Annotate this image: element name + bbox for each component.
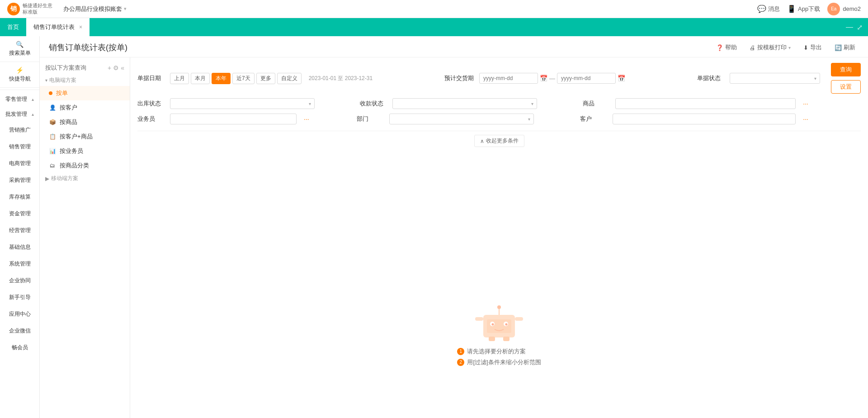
sidebar-item-enterprise[interactable]: 企业协同 [0, 272, 39, 289]
scheme-dot-icon [49, 91, 52, 95]
sidebar-search-btn[interactable]: 🔍 搜索菜单 [0, 36, 39, 62]
user-profile-btn[interactable]: Ea demo2 [827, 3, 861, 15]
sidebar-item-retail[interactable]: 零售管理 ▴ [0, 92, 39, 107]
sidebar-item-finance[interactable]: 资金管理 [0, 205, 39, 222]
svg-rect-11 [503, 337, 509, 341]
collapse-btn[interactable]: ∧ 收起更多条件 [474, 135, 524, 147]
app-download-icon: 📱 [787, 5, 796, 13]
customer-input[interactable] [613, 114, 796, 124]
calendar-icon-start[interactable]: 📅 [540, 75, 547, 82]
tab-bar-actions: — ⤢ [846, 23, 868, 32]
tab-close-btn[interactable]: × [79, 24, 82, 30]
sidebar-item-inventory[interactable]: 库存核算 [0, 189, 39, 205]
print-icon: 🖨 [750, 44, 755, 51]
svg-rect-8 [475, 317, 483, 321]
sidebar-item-basic[interactable]: 基础信息 [0, 239, 39, 256]
salesperson-dots-btn[interactable]: ··· [302, 115, 311, 123]
date-btn-custom[interactable]: 自定义 [277, 73, 302, 84]
refresh-icon: 🔄 [835, 44, 842, 51]
expected-date-end[interactable] [557, 73, 616, 84]
date-btn-more[interactable]: 更多 [256, 73, 275, 84]
header-left: 销 畅捷通好生意 标准版 办公用品行业模拟账套 ▾ [7, 3, 127, 15]
scheme-section-mobile: ▶ 移动端方案 [40, 173, 130, 184]
top-header: 销 畅捷通好生意 标准版 办公用品行业模拟账套 ▾ 💬 消息 📱 App下载 E… [0, 0, 868, 18]
out-status-select[interactable] [170, 98, 315, 109]
scheme-item-by-product[interactable]: 📦 按商品 [40, 115, 130, 129]
scheme-item-by-category[interactable]: 🗂 按商品分类 [40, 158, 130, 173]
scheme-settings-btn[interactable]: ⚙ [113, 64, 119, 71]
sidebar-item-ecommerce[interactable]: 电商管理 [0, 155, 39, 172]
window-minimize-btn[interactable]: — [846, 23, 853, 31]
help-icon: ❓ [716, 44, 723, 51]
collapse-arrow-icon: ∧ [480, 138, 484, 144]
expected-date-label: 预计交货期 [444, 74, 474, 82]
query-btn[interactable]: 查询 [831, 63, 861, 76]
sidebar-item-quicknav[interactable]: ⚡ 快捷导航 [0, 62, 39, 87]
date-btn-thisyear[interactable]: 本年 [212, 73, 231, 84]
export-btn[interactable]: ⬇ 导出 [800, 42, 826, 53]
empty-step-2: 2 用[过滤]条件来缩小分析范围 [457, 358, 541, 366]
receipt-status-wrapper: ▾ [392, 98, 537, 109]
status-label: 单据状态 [697, 74, 724, 82]
message-btn[interactable]: 💬 消息 [757, 5, 780, 13]
date-btn-thismonth[interactable]: 本月 [191, 73, 210, 84]
refresh-btn[interactable]: 🔄 刷新 [831, 42, 859, 53]
export-icon: ⬇ [803, 44, 808, 51]
collapse-row: ∧ 收起更多条件 [137, 131, 861, 147]
tab-home[interactable]: 首页 [0, 18, 26, 36]
sidebar-item-operation[interactable]: 经营管理 [0, 222, 39, 239]
content-area: 销售订单统计表(按单) ❓ 帮助 🖨 按模板打印 ▾ ⬇ 导出 🔄 刷新 [40, 36, 868, 418]
logo-text: 畅捷通好生意 标准版 [23, 3, 52, 14]
scheme-item-by-customer[interactable]: 👤 按客户 [40, 100, 130, 115]
receipt-status-select[interactable] [392, 98, 537, 109]
date-btn-lastmonth[interactable]: 上月 [170, 73, 189, 84]
settings-btn[interactable]: 设置 [831, 80, 861, 94]
filter-row-3: 业务员 ··· 部门 ▾ 客户 ··· [137, 114, 861, 124]
empty-state: 1 请先选择要分析的方案 2 用[过滤]条件来缩小分析范围 [130, 243, 868, 418]
date-btn-group: 上月 本月 本年 近7天 更多 自定义 [170, 73, 302, 84]
scheme-item-by-salesperson[interactable]: 📊 按业务员 [40, 144, 130, 158]
sidebar-item-sales[interactable]: 销售管理 [0, 138, 39, 155]
product-input[interactable] [615, 98, 796, 109]
customer-dots-btn[interactable]: ··· [801, 115, 810, 123]
calendar-icon-end[interactable]: 📅 [618, 75, 625, 82]
category-scheme-icon: 🗂 [49, 162, 56, 169]
product-dots-btn[interactable]: ··· [801, 100, 810, 107]
empty-illustration [470, 292, 528, 342]
logo-area: 销 畅捷通好生意 标准版 [7, 3, 52, 15]
scheme-item-by-order[interactable]: 按单 [40, 86, 130, 100]
sidebar-item-marketing[interactable]: 营销推广 [0, 122, 39, 138]
empty-svg [470, 292, 528, 342]
sidebar-item-corpwechat[interactable]: 企业微信 [0, 323, 39, 339]
scheme-item-by-customer-product[interactable]: 📋 按客户+商品 [40, 129, 130, 144]
retail-arrow: ▴ [32, 97, 34, 102]
app-download-btn[interactable]: 📱 App下载 [787, 5, 820, 13]
step2-num: 2 [457, 359, 464, 366]
wholesale-arrow: ▴ [32, 112, 34, 117]
sidebar-item-system[interactable]: 系统管理 [0, 256, 39, 272]
salesperson-input[interactable] [170, 114, 297, 124]
receipt-status-label: 收款状态 [360, 100, 387, 108]
dept-select[interactable] [389, 114, 534, 124]
sidebar-item-wholesale[interactable]: 批发管理 ▴ [0, 107, 39, 122]
breadcrumb[interactable]: 办公用品行业模拟账套 ▾ [63, 5, 127, 13]
sidebar-item-appcenter[interactable]: 应用中心 [0, 306, 39, 323]
empty-step-1: 1 请先选择要分析的方案 [457, 347, 541, 356]
svg-point-7 [497, 305, 501, 309]
date-btn-last7[interactable]: 近7天 [232, 73, 255, 84]
status-select[interactable] [730, 73, 820, 84]
sidebar-item-member[interactable]: 畅会员 [0, 339, 39, 356]
date-separator: — [549, 75, 555, 82]
custprod-scheme-icon: 📋 [49, 133, 56, 140]
scheme-collapse-btn[interactable]: « [121, 64, 124, 71]
help-btn[interactable]: ❓ 帮助 [712, 42, 741, 53]
scheme-add-btn[interactable]: + [108, 64, 111, 71]
expected-date-start[interactable] [479, 73, 538, 84]
window-maximize-btn[interactable]: ⤢ [857, 23, 863, 32]
customer-scheme-icon: 👤 [49, 104, 56, 111]
dept-wrapper: ▾ [389, 114, 534, 124]
sidebar-item-newbie[interactable]: 新手引导 [0, 289, 39, 306]
sidebar-item-purchase[interactable]: 采购管理 [0, 172, 39, 189]
tab-sales-order-stat[interactable]: 销售订单统计表 × [26, 18, 90, 36]
print-btn[interactable]: 🖨 按模板打印 ▾ [746, 42, 794, 53]
